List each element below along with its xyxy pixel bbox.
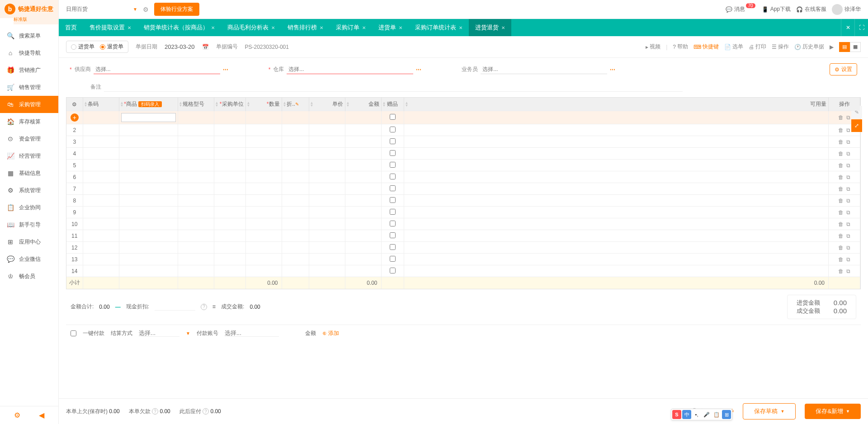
delete-icon[interactable]: 🗑 <box>838 151 844 157</box>
select-bill-link[interactable]: 📄 选单 <box>724 43 743 51</box>
copy-icon[interactable]: ⧉ <box>846 162 850 169</box>
close-icon[interactable]: ✕ <box>501 25 505 30</box>
view-list-btn[interactable]: ▤ <box>839 42 850 52</box>
gift-checkbox[interactable] <box>390 114 396 120</box>
sidebar-item-1[interactable]: ⌂快捷导航 <box>0 44 58 61</box>
delete-icon[interactable]: 🗑 <box>838 221 844 227</box>
copy-icon[interactable]: ⧉ <box>846 174 850 180</box>
product-header[interactable]: ▲▼ *商品 扫码录入 <box>119 98 178 111</box>
copy-icon[interactable]: ⧉ <box>846 233 850 239</box>
messages-link[interactable]: 💬 消息 70 <box>726 5 756 13</box>
fullscreen-toggle[interactable]: ⛶ <box>854 19 868 36</box>
copy-icon[interactable]: ⧉ <box>846 114 850 121</box>
copy-icon[interactable]: ⧉ <box>846 127 850 133</box>
price-header[interactable]: ▲▼单价 <box>309 98 345 111</box>
supplier-browse-icon[interactable]: ⋯ <box>223 66 229 73</box>
method-select[interactable] <box>139 330 179 337</box>
delete-icon[interactable]: 🗑 <box>838 114 844 121</box>
delete-icon[interactable]: 🗑 <box>838 162 844 169</box>
tab-0[interactable]: 首页 <box>59 19 83 36</box>
amount-header[interactable]: ▲▼金额 <box>345 98 381 111</box>
gift-checkbox[interactable] <box>390 221 396 226</box>
expand-float-btn[interactable]: ⤢ <box>851 119 862 132</box>
tab-8[interactable]: 进货退货✕ <box>469 19 511 36</box>
supplier-input[interactable] <box>94 65 220 74</box>
gift-checkbox[interactable] <box>390 209 396 215</box>
sidebar-item-7[interactable]: 📈经营管理 <box>0 147 58 165</box>
gift-checkbox[interactable] <box>390 268 396 273</box>
help-link[interactable]: ? 帮助 <box>673 43 688 51</box>
barcode-header[interactable]: ▲▼ 条码 <box>83 98 119 111</box>
tab-4[interactable]: 销售排行榜✕ <box>281 19 330 36</box>
close-icon[interactable]: ✕ <box>211 25 215 30</box>
copy-icon[interactable]: ⧉ <box>846 268 850 274</box>
settings-button[interactable]: ⚙ 设置 <box>830 63 857 75</box>
sidebar-item-5[interactable]: 🏠库存核算 <box>0 113 58 130</box>
help-icon[interactable]: ? <box>152 408 158 415</box>
incoming-radio[interactable]: 进货单 <box>71 43 94 51</box>
ime-s-icon[interactable]: S <box>672 410 681 419</box>
copy-icon[interactable]: ⧉ <box>846 139 850 145</box>
delete-icon[interactable]: 🗑 <box>838 245 844 251</box>
gift-checkbox[interactable] <box>390 127 396 132</box>
add-row-icon[interactable]: + <box>71 113 79 122</box>
delete-icon[interactable]: 🗑 <box>838 198 844 204</box>
cash-discount-input[interactable] <box>155 303 195 311</box>
warehouse-browse-icon[interactable]: ⋯ <box>416 66 422 73</box>
delete-icon[interactable]: 🗑 <box>838 256 844 263</box>
tab-1[interactable]: 售价提取设置✕ <box>83 19 137 36</box>
copy-icon[interactable]: ⧉ <box>846 186 850 192</box>
sidebar-item-10[interactable]: 📋企业协同 <box>0 199 58 216</box>
next-arrow[interactable]: ▶ <box>830 44 834 50</box>
close-icon[interactable]: ✕ <box>399 25 402 30</box>
sidebar-item-4[interactable]: 🛍采购管理 <box>0 96 58 113</box>
gift-header[interactable]: ▲▼赠品 <box>381 98 404 111</box>
sidebar-item-12[interactable]: ⊞应用中心 <box>0 233 58 250</box>
product-input[interactable] <box>121 113 176 122</box>
sidebar-item-13[interactable]: 💬企业微信 <box>0 250 58 268</box>
calendar-icon[interactable]: 📅 <box>202 44 209 50</box>
ime-cn-icon[interactable]: 中 <box>682 410 691 419</box>
gift-checkbox[interactable] <box>390 138 396 144</box>
gift-checkbox[interactable] <box>390 150 396 156</box>
delete-icon[interactable]: 🗑 <box>838 139 844 145</box>
shortcut-link[interactable]: ⌨ 快捷键 <box>693 43 719 51</box>
delete-icon[interactable]: 🗑 <box>838 233 844 239</box>
tab-7[interactable]: 采购订单统计表✕ <box>409 19 469 36</box>
online-service-link[interactable]: 🎧 在线客服 <box>796 5 826 13</box>
collapse-icon[interactable]: ◀ <box>39 411 44 419</box>
unit-header[interactable]: ▲▼*采购单位 <box>214 98 245 111</box>
category-select[interactable]: 日用百货 ▼ <box>66 5 137 13</box>
save-new-button[interactable]: 保存&新增 ▼ <box>805 404 861 419</box>
ime-grid-icon[interactable]: ⊞ <box>722 410 731 419</box>
close-all-tabs[interactable]: ✕ <box>841 19 854 36</box>
discount-header[interactable]: ▲▼ 折..✎ <box>282 98 309 111</box>
sidebar-item-6[interactable]: ⊙资金管理 <box>0 130 58 147</box>
gift-checkbox[interactable] <box>390 256 396 262</box>
sidebar-item-0[interactable]: 🔍搜索菜单 <box>0 27 58 44</box>
gift-checkbox[interactable] <box>390 232 396 238</box>
available-header[interactable]: ▲▼可用量 <box>404 98 829 111</box>
close-icon[interactable]: ✕ <box>320 25 323 30</box>
sidebar-item-8[interactable]: ▦基础信息 <box>0 165 58 182</box>
ime-punct-icon[interactable]: •, <box>692 410 701 419</box>
date-value[interactable]: 2023-03-20 <box>165 43 195 50</box>
delete-icon[interactable]: 🗑 <box>838 209 844 216</box>
gift-checkbox[interactable] <box>390 162 396 168</box>
tab-3[interactable]: 商品毛利分析表✕ <box>221 19 281 36</box>
print-link[interactable]: 🖨 打印 <box>749 43 766 51</box>
gift-checkbox[interactable] <box>390 185 396 191</box>
help-icon[interactable]: ? <box>203 408 209 415</box>
history-link[interactable]: 🕐 历史单据 <box>794 43 824 51</box>
gift-checkbox[interactable] <box>390 244 396 250</box>
app-download-link[interactable]: 📱 App下载 <box>762 5 791 13</box>
view-grid-btn[interactable]: ▦ <box>850 42 861 52</box>
copy-icon[interactable]: ⧉ <box>846 245 850 251</box>
copy-icon[interactable]: ⧉ <box>846 209 850 216</box>
account-select[interactable] <box>225 330 279 337</box>
user-menu[interactable]: 徐泽华 <box>832 4 861 15</box>
help-icon[interactable]: ? <box>201 304 207 310</box>
qty-header[interactable]: ▲▼*数量 <box>245 98 282 111</box>
sidebar-item-2[interactable]: 🎁营销推广 <box>0 61 58 79</box>
ime-clip-icon[interactable]: 📋 <box>712 410 721 419</box>
